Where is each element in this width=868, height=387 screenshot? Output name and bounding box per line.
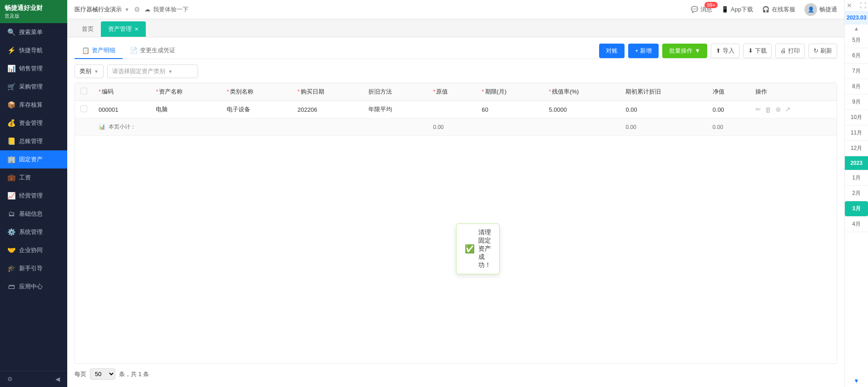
- sidebar-item-应用中心[interactable]: 🗃应用中心: [0, 278, 67, 296]
- category-input[interactable]: 请选择固定资产类别 ▼: [107, 64, 198, 78]
- batch-dropdown-icon: ▼: [694, 47, 700, 54]
- category-filter[interactable]: 类别 ▼: [74, 64, 104, 78]
- sidebar-item-基础信息[interactable]: 🗂基础信息: [0, 205, 67, 223]
- service-icon: 🎧: [762, 6, 769, 13]
- per-page-select[interactable]: 50 10 20 100: [90, 368, 115, 380]
- calendar-month-item[interactable]: 7月: [845, 64, 868, 79]
- messages-badge: 99+: [704, 2, 718, 8]
- new-button[interactable]: + 新增: [628, 44, 659, 58]
- calendar-month-item[interactable]: 12月: [845, 141, 868, 156]
- sidebar-icon: 🏢: [7, 155, 15, 164]
- edit-icon[interactable]: ✏: [755, 105, 761, 114]
- copy-icon[interactable]: ⊕: [775, 105, 781, 114]
- cell-depreciation: 年限平均: [363, 101, 428, 119]
- tab-close-icon[interactable]: ✕: [134, 26, 139, 32]
- messages-button[interactable]: 💬 消息 99+: [691, 5, 712, 14]
- calendar-month-item[interactable]: 5月: [845, 33, 868, 48]
- calendar-month-item[interactable]: 6月: [845, 48, 868, 64]
- avatar: 👤: [804, 3, 817, 16]
- sidebar-nav: 🔍搜索菜单⚡快捷导航📊销售管理🛒采购管理📦库存核算💰资金管理📒总账管理🏢固定资产…: [0, 23, 67, 371]
- select-all-checkbox[interactable]: [80, 88, 87, 94]
- online-service-button[interactable]: 🎧 在线客服: [762, 5, 795, 14]
- tab-home[interactable]: 首页: [74, 21, 101, 37]
- user-profile[interactable]: 👤 畅捷通: [804, 3, 837, 16]
- download-button[interactable]: ⬇ 下载: [743, 44, 772, 58]
- subtotal-net: 0.00: [707, 119, 750, 136]
- company-selector[interactable]: 医疗器械行业演示 ▼: [74, 5, 129, 14]
- sub-tab-voucher[interactable]: 📄 变更生成凭证: [123, 43, 183, 59]
- sidebar-item-新手引导[interactable]: 🎓新手引导: [0, 259, 67, 278]
- subtotal-row: 📊 本页小计： 0.00 0.00 0.00: [75, 119, 837, 136]
- sidebar-icon: 📒: [7, 137, 15, 145]
- sidebar-item-系统管理[interactable]: ⚙️系统管理: [0, 223, 67, 241]
- import-icon: ⬆: [716, 47, 721, 54]
- sidebar-item-销售管理[interactable]: 📊销售管理: [0, 60, 67, 78]
- calendar-month-item[interactable]: 3月: [845, 201, 868, 217]
- import-button[interactable]: ⬆ 导入: [711, 44, 739, 58]
- download-icon2: ⬇: [748, 47, 753, 54]
- calendar-month-item[interactable]: 1月: [845, 170, 868, 186]
- header-right: 💬 消息 99+ 📱 App下载 🎧 在线客服 👤 畅捷通: [691, 3, 837, 16]
- more-icon[interactable]: ↗: [785, 105, 791, 114]
- refresh-button[interactable]: ↻ 刷新: [808, 44, 837, 58]
- company-name: 医疗器械行业演示: [74, 5, 122, 14]
- calendar-down-arrow[interactable]: ▼: [845, 375, 868, 387]
- tab-asset-management[interactable]: 资产管理 ✕: [101, 21, 146, 37]
- print-button[interactable]: 🖨 打印: [775, 44, 805, 58]
- header-left: 医疗器械行业演示 ▼ ⚙ ☁ 我要体验一下: [74, 5, 188, 14]
- sub-tab-asset-detail[interactable]: 📋 资产明细: [74, 43, 123, 59]
- cell-period: 60: [476, 101, 543, 119]
- reconcile-button[interactable]: 对账: [599, 44, 625, 58]
- sidebar-item-经营管理[interactable]: 📈经营管理: [0, 187, 67, 205]
- sidebar-item-库存核算[interactable]: 📦库存核算: [0, 96, 67, 114]
- sidebar-item-快捷导航[interactable]: ⚡快捷导航: [0, 41, 67, 60]
- delete-icon[interactable]: 🗑: [765, 106, 772, 114]
- col-purchase-date: *购买日期: [292, 83, 363, 101]
- col-residual: *残值率(%): [543, 83, 620, 101]
- calendar-month-item[interactable]: 10月: [845, 110, 868, 125]
- app-subtitle: 普及版: [5, 13, 63, 20]
- filter-arrow-icon: ▼: [94, 69, 99, 74]
- subtotal-original: 0.00: [427, 119, 476, 136]
- settings-icon[interactable]: ⚙: [7, 376, 13, 382]
- cell-net-value: 0.00: [707, 101, 750, 119]
- calendar-month-item[interactable]: 4月: [845, 217, 868, 232]
- col-category: *类别名称: [221, 83, 292, 101]
- batch-ops-button[interactable]: 批量操作 ▼: [662, 44, 707, 58]
- calendar-month-item[interactable]: 2月: [845, 186, 868, 201]
- col-name: *资产名称: [150, 83, 221, 101]
- calendar-month-item[interactable]: 8月: [845, 79, 868, 94]
- sidebar-item-搜索菜单[interactable]: 🔍搜索菜单: [0, 23, 67, 41]
- panel-close-icon[interactable]: ✕: [847, 2, 852, 9]
- sidebar-icon: ⚡: [7, 46, 15, 55]
- panel-expand-icon[interactable]: ⛶: [860, 2, 866, 9]
- settings-button[interactable]: ⚙: [134, 5, 140, 14]
- sidebar-icon: 🗂: [7, 210, 15, 218]
- calendar-year-label[interactable]: 2023: [845, 156, 868, 170]
- row-actions: ✏ 🗑 ⊕ ↗: [755, 105, 831, 114]
- col-actions: 操作: [750, 83, 837, 101]
- message-icon: 💬: [691, 6, 698, 13]
- sidebar-item-资金管理[interactable]: 💰资金管理: [0, 114, 67, 132]
- experience-button[interactable]: ☁ 我要体验一下: [144, 5, 188, 14]
- sidebar-item-企业协同[interactable]: 🤝企业协同: [0, 241, 67, 259]
- app-download-button[interactable]: 📱 App下载: [721, 5, 753, 14]
- row-checkbox[interactable]: [80, 105, 87, 112]
- sidebar-icon: 📦: [7, 101, 15, 109]
- tabs-bar: 首页 资产管理 ✕: [67, 19, 844, 37]
- col-initial-accum: 期初累计折旧: [620, 83, 707, 101]
- sidebar-item-采购管理[interactable]: 🛒采购管理: [0, 78, 67, 96]
- header: 医疗器械行业演示 ▼ ⚙ ☁ 我要体验一下 💬 消息 99+ 📱 App下载 🎧…: [67, 0, 844, 19]
- calendar-up-arrow[interactable]: ▲: [853, 25, 860, 33]
- sidebar-icon: 🔍: [7, 28, 15, 36]
- calendar-month-item[interactable]: 9月: [845, 94, 868, 110]
- sidebar-item-固定资产[interactable]: 🏢固定资产: [0, 150, 67, 169]
- sidebar-icon: 🛒: [7, 83, 15, 91]
- total-count: 条，共 1 条: [119, 370, 149, 378]
- calendar-month-item[interactable]: 11月: [845, 125, 868, 141]
- sidebar-item-总账管理[interactable]: 📒总账管理: [0, 132, 67, 150]
- collapse-icon[interactable]: ◀: [55, 376, 60, 382]
- asset-detail-icon: 📋: [82, 47, 89, 54]
- calendar-list: 5月6月7月8月9月10月11月12月20231月2月3月4月: [845, 33, 868, 375]
- sidebar-item-工资[interactable]: 💼工资: [0, 169, 67, 187]
